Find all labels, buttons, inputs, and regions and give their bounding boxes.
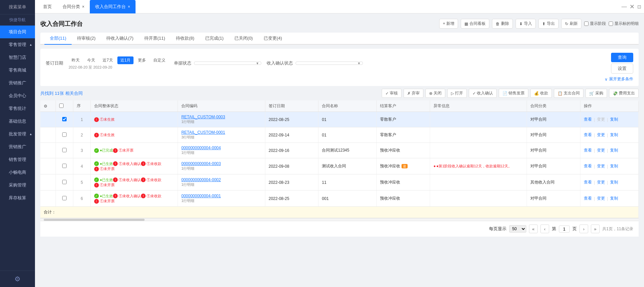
sidebar-item-retail[interactable]: 零售管理 [0,38,35,51]
first-page-button[interactable]: « [529,224,538,233]
tbl-action-expense-out[interactable]: 📋支出合同 [554,89,583,98]
delete-button[interactable]: 🗑 删除 [492,19,513,29]
action-查看-4[interactable]: 查看 [584,179,592,185]
sidebar-item-sales[interactable]: 销售管理 [0,153,35,166]
sidebar-item-mkt2[interactable]: 营销推广 [0,140,35,153]
date-btn-昨天[interactable]: 昨天 [69,56,83,64]
page-number-input[interactable] [559,226,570,233]
date-btn-今天[interactable]: 今天 [84,56,98,64]
new-button[interactable]: + 新增 [439,19,458,29]
action-复制-4[interactable]: 复制 [610,179,618,185]
sidebar-item-purchase[interactable]: 采购管理 [0,179,35,192]
tbl-action-sales-invoice[interactable]: 📄销售发票 [499,89,528,98]
tbl-action-open[interactable]: ▷打开 [447,89,467,98]
action-复制-0[interactable]: 复制 [610,117,618,122]
status-tab-pending-invoice[interactable]: 待开票(11) [139,33,171,45]
tbl-action-review[interactable]: ✓审核 [382,89,402,98]
status-tab-completed[interactable]: 已完成(1) [200,33,229,45]
date-btn-更多[interactable]: 更多 [135,56,149,64]
minimize-icon[interactable]: — [621,4,627,10]
action-变更-1[interactable]: 变更 [597,132,605,138]
show-detail-checkbox[interactable]: 显示标的明细 [609,21,639,27]
sidebar-item-inventory[interactable]: 库存核算 [0,192,35,204]
sidebar-item-wholesale[interactable]: 批发管理 [0,128,35,140]
status-tab-pending-payment[interactable]: 待收款(8) [171,33,200,45]
row-checkbox-5[interactable] [62,196,67,200]
status-tab-changed[interactable]: 已变更(4) [258,33,288,45]
action-复制-2[interactable]: 复制 [610,148,618,153]
status-tab-closed[interactable]: 已关闭(0) [229,33,258,45]
show-stage-input[interactable] [584,22,589,26]
row-code-link-3[interactable]: 0000000000004-0003 [181,161,221,166]
action-变更-4[interactable]: 变更 [597,179,605,185]
action-查看-3[interactable]: 查看 [584,163,592,169]
tbl-action-purchase[interactable]: 🛒采购 [585,89,607,98]
refresh-button[interactable]: ↻ 刷新 [561,19,581,29]
sidebar-settings[interactable]: ⚙ [0,271,35,287]
page-size-select[interactable]: 102050100 [509,225,526,233]
sidebar-item-base-info[interactable]: 基础信息 [0,115,35,128]
horizontal-scrollbar[interactable] [40,218,639,221]
action-查看-5[interactable]: 查看 [584,196,592,201]
close-icon[interactable]: ✕ [630,3,635,10]
import-button[interactable]: ⬇ 导入 [516,19,536,29]
tab-close-income-workbench[interactable]: × [128,0,130,13]
tbl-action-abandon[interactable]: ✗弃审 [404,89,423,98]
last-page-button[interactable]: » [591,224,600,233]
tbl-action-income-confirm[interactable]: ✓收入确认 [469,89,497,98]
action-查看-2[interactable]: 查看 [584,148,592,153]
action-复制-1[interactable]: 复制 [610,132,618,138]
tbl-action-payment[interactable]: 💰收款 [530,89,552,98]
set-button[interactable]: 设置 [611,64,633,74]
sidebar-item-member[interactable]: 会员中心 [0,89,35,102]
row-code-link-1[interactable]: RETAIL_CUSTOM-0001 [181,130,225,135]
show-detail-input[interactable] [609,22,613,26]
sidebar-item-retail-stats[interactable]: 零售统计 [0,102,35,115]
sidebar-search[interactable]: 搜索菜单 [0,0,35,14]
row-code-link-5[interactable]: 0000000000004-0001 [181,194,221,198]
action-变更-5[interactable]: 变更 [597,196,605,201]
status-tab-pending-review[interactable]: 待审核(2) [72,33,101,45]
row-code-link-2[interactable]: 0000000000004-0004 [181,146,221,150]
sidebar-item-ecom[interactable]: 小畅电商 [0,166,35,179]
tbl-action-fee-out[interactable]: 💸费用支出 [609,89,639,98]
row-checkbox-0[interactable] [62,117,67,121]
action-复制-3[interactable]: 复制 [610,163,618,169]
tab-close-contract-cat[interactable]: × [82,0,84,13]
query-button[interactable]: 查询 [611,53,633,62]
row-code-link-0[interactable]: RETAIL_CUSTOM-0003 [181,115,225,119]
sidebar-item-marketing[interactable]: 营销推广 [0,77,35,89]
tab-contract-cat[interactable]: 合同分类× [57,0,90,13]
action-变更-3[interactable]: 变更 [597,163,605,169]
sidebar-item-retail-mall[interactable]: 零售商城 [0,64,35,77]
action-变更-2[interactable]: 变更 [597,148,605,153]
action-查看-1[interactable]: 查看 [584,132,592,138]
maximize-icon[interactable]: ⊡ [637,4,641,9]
row-checkbox-3[interactable] [62,164,67,168]
export-button[interactable]: ⬆ 导出 [538,19,559,29]
date-btn-近7天[interactable]: 近7天 [100,56,116,64]
action-复制-5[interactable]: 复制 [610,196,618,201]
sidebar-nav-title[interactable]: 快捷导航 [0,14,35,26]
date-btn-自定义[interactable]: 自定义 [150,56,168,64]
tab-home[interactable]: 首页 [38,0,57,13]
select-all-checkbox[interactable] [59,104,64,108]
row-checkbox-2[interactable] [62,148,67,152]
row-checkbox-4[interactable] [62,180,67,184]
sidebar-item-smart-store[interactable]: 智慧门店 [0,51,35,64]
action-查看-0[interactable]: 查看 [584,117,592,122]
prev-page-button[interactable]: ‹ [540,224,549,233]
status-tab-pending-confirm[interactable]: 待收入确认(7) [101,33,139,45]
row-code-link-4[interactable]: 0000000000004-0002 [181,177,221,182]
expand-conditions-button[interactable]: ∨ 展开更多条件 [605,76,633,82]
sidebar-item-project[interactable]: 项目合同 [0,26,35,38]
show-stage-checkbox[interactable]: 显示阶段 [584,21,606,27]
next-page-button[interactable]: › [579,224,588,233]
doc-status-select[interactable]: ▼ [194,62,261,65]
tab-income-workbench[interactable]: 收入合同工作台× [90,0,136,13]
status-tab-all[interactable]: 全部(11) [44,33,72,45]
scrollbar-thumb[interactable] [44,219,145,221]
income-confirm-select[interactable]: ▼ [296,62,363,65]
date-btn-近1月[interactable]: 近1月 [117,56,134,64]
tbl-action-close[interactable]: ⊗关闭 [425,89,445,98]
